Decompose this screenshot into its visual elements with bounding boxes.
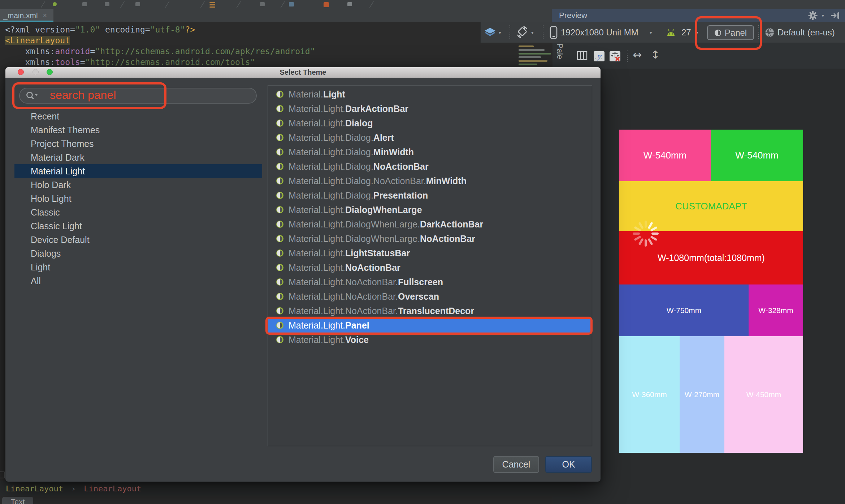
theme-icon [276,191,284,199]
theme-item-material.light.dialog[interactable]: Material.Light.Dialog [268,116,592,130]
theme-list: Material.LightMaterial.Light.DarkActionB… [268,85,592,446]
divider [281,1,285,8]
divider [41,1,46,8]
theme-item-material.light.dialogwhenlarge[interactable]: Material.Light.DialogWhenLarge [268,203,592,217]
theme-icon [276,105,284,113]
theme-name: Alert [373,132,394,143]
theme-prefix: Material.Light. [289,104,345,114]
chevron-down-icon[interactable]: ▾ [650,30,652,35]
theme-item-material.light.noactionbar.fullscreen[interactable]: Material.Light.NoActionBar.Fullscreen [268,275,592,289]
preview-row: W-360mmW-270mmW-450mm [619,336,803,453]
device-phone-icon[interactable] [549,26,558,39]
preview-block: W-270mm [680,336,724,453]
device-config-value[interactable]: 1920x1080 Unit MM [561,27,638,38]
chevron-down-icon[interactable]: ▾ [531,30,534,35]
category-item-light[interactable]: Light [14,260,262,274]
code-line: xmlns:tools="http://schemas.android.com/… [5,57,315,68]
theme-icon [276,148,284,156]
theme-item-material.light.voice[interactable]: Material.Light.Voice [268,333,592,347]
theme-prefix: Material.Light.Dialog. [289,190,373,201]
api-level-value[interactable]: 27 [681,27,691,38]
divider [369,1,374,8]
divider [237,1,241,8]
category-item-project-themes[interactable]: Project Themes [14,137,262,151]
dialog-titlebar: Select Theme [5,67,601,78]
category-item-holo-dark[interactable]: Holo Dark [14,178,262,192]
hide-panel-icon[interactable] [831,12,840,19]
orientation-icon[interactable] [515,26,530,39]
theme-item-material.light.dialog.presentation[interactable]: Material.Light.Dialog.Presentation [268,188,592,203]
match-width-icon[interactable]: ↔ [633,48,642,61]
theme-prefix: Material.Light. [289,118,345,129]
code-line: <?xml version="1.0" encoding="utf-8"?> [5,24,315,35]
breadcrumb: LinearLayout › LinearLayout [0,481,552,496]
editor-minimap [519,45,552,66]
android-api-icon[interactable] [666,29,676,36]
category-item-manifest-themes[interactable]: Manifest Themes [14,123,262,137]
theme-item-material.light.dialog.noactionbar[interactable]: Material.Light.Dialog.NoActionBar [268,159,592,174]
toolbar-fragment-icon [82,2,87,6]
theme-item-material.light.dialog.minwidth[interactable]: Material.Light.Dialog.MinWidth [268,145,592,159]
chevron-down-icon[interactable]: ▾ [822,13,824,18]
toolbar-fragment-icon [324,2,329,7]
category-item-material-dark[interactable]: Material Dark [14,151,262,164]
variables-icon[interactable]: y [593,51,605,62]
breadcrumb-item[interactable]: LinearLayout [84,484,141,493]
category-item-recent[interactable]: Recent [14,109,262,123]
theme-item-material.light[interactable]: Material.Light [268,87,592,101]
annotation-panel-button [695,16,762,50]
columns-layout-icon[interactable] [577,51,588,60]
theme-item-material.light.noactionbar.overscan[interactable]: Material.Light.NoActionBar.Overscan [268,289,592,304]
separator [510,25,510,40]
locale-globe-icon[interactable] [764,27,775,38]
category-item-dialogs[interactable]: Dialogs [14,247,262,260]
breadcrumb-item[interactable]: LinearLayout [6,484,63,493]
theme-name: NoActionBar [345,262,400,273]
theme-item-material.light.dialogwhenlarge.darkactionbar[interactable]: Material.Light.DialogWhenLarge.DarkActio… [268,217,592,231]
select-theme-dialog: Select Theme RecentManifest ThemesProjec… [5,67,601,482]
category-item-material-light[interactable]: Material Light [14,164,262,178]
code-line: xmlns:android="http://schemas.android.co… [5,46,315,57]
preview-block: W-360mm [619,336,680,453]
separator [627,51,628,62]
theme-item-material.light.dialog.alert[interactable]: Material.Light.Dialog.Alert [268,130,592,145]
theme-item-material.light.lightstatusbar[interactable]: Material.Light.LightStatusBar [268,246,592,260]
tab-text-mode[interactable]: Text [2,497,33,504]
theme-name: TranslucentDecor [398,306,474,316]
theme-prefix: Material.Light.DialogWhenLarge. [289,219,420,230]
cancel-button[interactable]: Cancel [493,456,539,473]
theme-item-material.light.dialog.noactionbar.minwidth[interactable]: Material.Light.Dialog.NoActionBar.MinWid… [268,174,592,188]
theme-name: Overscan [398,291,439,302]
editor-tab-bar: _main.xml × [0,9,552,22]
theme-name: MinWidth [426,176,467,186]
theme-prefix: Material.Light.Dialog. [289,161,373,172]
theme-name: DarkActionBar [420,219,483,230]
category-item-device-default[interactable]: Device Default [14,233,262,247]
palette-side-tab[interactable]: Pale [553,43,566,66]
constraints-off-icon[interactable] [609,51,621,62]
chevron-down-icon[interactable]: ▾ [499,30,501,35]
category-item-holo-light[interactable]: Holo Light [14,192,262,205]
ok-button[interactable]: OK [545,456,592,473]
theme-prefix: Material.Light.Dialog. [289,147,373,157]
theme-icon [276,249,284,257]
category-item-all[interactable]: All [14,274,262,288]
layers-icon[interactable] [484,27,497,38]
theme-icon [276,134,284,142]
tab-label: _main.xml [3,11,38,20]
designer-toolbar: ▾ ▾ 1920x1080 Unit MM ▾ 27 ▾ Panel Defau… [480,22,845,43]
tab-main-xml[interactable]: _main.xml × [0,9,53,22]
category-item-classic-light[interactable]: Classic Light [14,219,262,233]
theme-icon [276,278,284,286]
match-height-icon[interactable]: ↕ [651,48,660,61]
preview-block: W-750mm [619,284,749,336]
theme-item-material.light.noactionbar[interactable]: Material.Light.NoActionBar [268,260,592,275]
theme-item-material.light.dialogwhenlarge.noactionbar[interactable]: Material.Light.DialogWhenLarge.NoActionB… [268,231,592,246]
close-icon[interactable]: × [43,12,47,19]
category-item-classic[interactable]: Classic [14,205,262,219]
gear-icon[interactable] [808,11,818,20]
theme-name: MinWidth [373,147,414,157]
theme-item-material.light.noactionbar.translucentdecor[interactable]: Material.Light.NoActionBar.TranslucentDe… [268,304,592,318]
locale-value[interactable]: Default (en-us) [777,27,835,38]
theme-item-material.light.darkactionbar[interactable]: Material.Light.DarkActionBar [268,101,592,116]
